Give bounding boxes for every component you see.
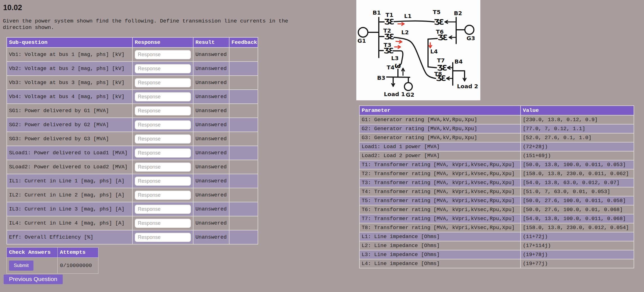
power-system-diagram-panel: ƷƐ ƷƐ ƷƐ ƷƐ ω ƷƐ ƷƐ ƷƐ B1 T1 L1 T5 B2 G1… (356, 0, 480, 100)
label-t2: T2 (383, 27, 391, 34)
parameter-label: T1: Transformer rating [MVA, kVpri,kVsec… (360, 160, 520, 169)
transformer-t1-symbol: ƷƐ (384, 17, 394, 26)
parameter-value: (17+114j) (521, 241, 634, 250)
parameter-value: [50.0, 13.8, 100.0, 0.011, 0.053] (521, 160, 634, 169)
parameter-label: G3: Generator rating [MVA,kV,Rpu,Xpu] (360, 133, 520, 142)
response-input-il3[interactable] (135, 205, 191, 214)
label-b4: B4 (454, 58, 463, 65)
parameter-value: [50.0, 27.6, 100.0, 0.01, 0.068] (521, 205, 634, 214)
one-line-diagram: ƷƐ ƷƐ ƷƐ ƷƐ ω ƷƐ ƷƐ ƷƐ B1 T1 L1 T5 B2 G1… (356, 0, 480, 100)
feedback-cell (229, 216, 258, 230)
question-row: IL2: Current in Line 2 [mag, phs] [A] Un… (7, 188, 258, 202)
question-label: Vb1: Voltage at bus 1 [mag, phs] [kV] (7, 48, 132, 61)
label-load1: Load 1 (384, 91, 405, 98)
question-label: Vb3: Voltage at bus 3 [mag, phs] [kV] (7, 76, 132, 89)
label-l1: L1 (404, 13, 412, 19)
result-status: Unanswered (193, 90, 229, 103)
submit-button[interactable]: Submit (9, 261, 33, 271)
parameter-row: T1: Transformer rating [MVA, kVpri,kVsec… (360, 160, 634, 169)
parameter-label: G1: Generator rating [MVA,kV,Rpu,Xpu] (360, 116, 520, 124)
col-header-parameter: Parameter (360, 106, 520, 115)
label-t7: T7 (437, 57, 445, 64)
question-row: IL3: Current in Line 3 [mag, phs] [A] Un… (7, 202, 258, 216)
response-input-il4[interactable] (135, 219, 191, 228)
generator-g3-symbol (465, 25, 474, 34)
response-input-vb1[interactable] (135, 50, 191, 59)
response-input-sg2[interactable] (135, 120, 191, 130)
question-row: Vb3: Voltage at bus 3 [mag, phs] [kV] Un… (7, 76, 258, 89)
response-input-sload2[interactable] (135, 162, 191, 172)
question-row: SLoad1: Power delivered to Load1 [MVA] U… (7, 146, 258, 160)
feedback-cell (229, 62, 258, 75)
parameters-table: Parameter Value G1: Generator rating [MV… (359, 105, 634, 268)
result-status: Unanswered (193, 118, 229, 132)
parameter-value: (19+77j) (521, 259, 634, 268)
result-status: Unanswered (193, 48, 229, 61)
feedback-cell (229, 188, 258, 202)
label-t1: T1 (386, 12, 393, 18)
parameter-row: G1: Generator rating [MVA,kV,Rpu,Xpu] [2… (360, 116, 634, 124)
feedback-cell (229, 118, 258, 132)
parameter-label: L2: Line impedance [Ohms] (360, 241, 520, 250)
parameter-row: T4: Transformer rating [MVA, kVpri,kVsec… (360, 187, 634, 196)
check-answers-table: Check Answers Attempts Submit 0/10000000 (6, 247, 98, 274)
problem-description: Given the power system shown find the fo… (3, 18, 329, 31)
response-input-sg3[interactable] (135, 134, 191, 144)
response-input-sload1[interactable] (135, 148, 191, 158)
line-l2 (394, 37, 436, 78)
label-b2: B2 (454, 10, 462, 17)
question-label: IL4: Current in Line 4 [mag, phs] [A] (7, 216, 132, 230)
l2-current-direction-arrow (396, 41, 402, 42)
parameter-value: [54.0, 13.8, 100.0, 0.011, 0.068] (521, 214, 634, 223)
parameter-label: T7: Transformer rating [MVA, kVpri,kVsec… (360, 214, 520, 223)
parameter-row: G3: Generator rating [MVA,kV,Rpu,Xpu] [5… (360, 133, 634, 142)
question-label: Eff: Overall Efficiency [%] (7, 230, 132, 244)
feedback-cell (229, 48, 258, 61)
parameter-label: L3: Line impedance [Ohms] (360, 250, 520, 259)
response-input-vb3[interactable] (135, 78, 191, 87)
parameter-row: Load2: Load 2 power [MVA] (151+69j) (360, 151, 634, 160)
parameter-label: L1: Line impedance [Ohms] (360, 232, 520, 241)
label-t8: T8 (434, 71, 442, 77)
col-header-sub-question: Sub-question (7, 38, 132, 47)
feedback-cell (229, 90, 258, 103)
question-row: Eff: Overall Efficiency [%] Unanswered (7, 230, 258, 244)
label-g2: G2 (406, 91, 414, 98)
feedback-cell (229, 104, 258, 117)
response-input-il2[interactable] (135, 191, 191, 200)
parameter-value: [77.0, 7, 0.12, 1.1] (521, 125, 634, 133)
label-l2: L2 (401, 29, 409, 36)
response-input-sg1[interactable] (135, 106, 191, 116)
parameter-label: T5: Transformer rating [MVA, kVpri,kVsec… (360, 196, 520, 205)
response-input-il1[interactable] (135, 176, 191, 186)
parameter-label: L4: Line impedance [Ohms] (360, 259, 520, 268)
question-row: IL4: Current in Line 4 [mag, phs] [A] Un… (7, 216, 258, 230)
parameter-row: L1: Line impedance [Ohms] (11+72j) (360, 232, 634, 241)
response-input-eff[interactable] (135, 233, 191, 242)
feedback-cell (229, 202, 258, 216)
parameter-row: T5: Transformer rating [MVA, kVpri,kVsec… (360, 196, 634, 205)
question-label: SG2: Power delivered by G2 [MVA] (7, 118, 132, 132)
response-input-vb4[interactable] (135, 92, 191, 101)
result-status: Unanswered (193, 202, 229, 216)
check-answers-header: Check Answers (7, 248, 58, 258)
result-status: Unanswered (193, 216, 229, 230)
parameter-row: Load1: Load 1 power [MVA] (72+28j) (360, 142, 634, 151)
parameter-row: L2: Line impedance [Ohms] (17+114j) (360, 241, 634, 250)
question-label: SG3: Power delivered by G3 [MVA] (7, 132, 132, 146)
feedback-cell (229, 160, 258, 174)
parameter-row: G2: Generator rating [MVA,kV,Rpu,Xpu] [7… (360, 125, 634, 133)
parameter-value: [158.0, 13.8, 230.0, 0.012, 0.054] (521, 223, 634, 232)
label-l3: L3 (391, 55, 399, 62)
transformer-t4-symbol: ω (395, 61, 401, 70)
parameter-value: [51.0, 7, 63.0, 0.01, 0.053] (521, 187, 634, 196)
previous-question-button[interactable]: Previous Question (4, 275, 63, 284)
result-status: Unanswered (193, 160, 229, 174)
parameter-value: (72+28j) (521, 142, 634, 151)
parameter-label: T2: Transformer rating [MVA, kVpri,kVsec… (360, 169, 520, 178)
response-input-vb2[interactable] (135, 64, 191, 73)
question-label: SLoad2: Power delivered to Load2 [MVA] (7, 160, 132, 174)
label-b1: B1 (373, 9, 381, 16)
label-t5: T5 (433, 9, 441, 15)
col-header-result: Result (193, 38, 229, 47)
